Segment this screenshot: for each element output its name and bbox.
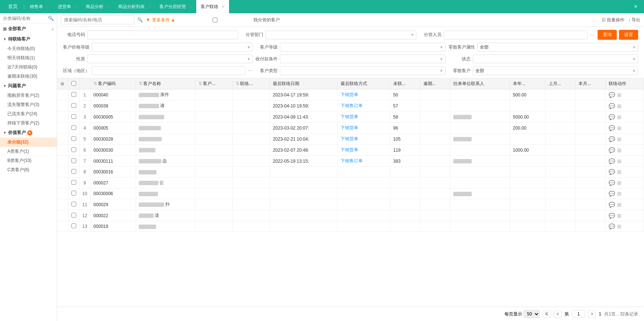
sidebar-item-today[interactable]: 今天待联络(0) xyxy=(0,44,57,53)
contact-method-link[interactable]: 下销货单 xyxy=(341,92,358,97)
row-checkbox-8[interactable] xyxy=(71,180,76,185)
close-tab-analysis-icon[interactable]: × xyxy=(107,4,109,9)
cell-checkbox[interactable] xyxy=(68,100,79,112)
more-icon[interactable]: ⊞ xyxy=(617,103,622,109)
row-checkbox-9[interactable] xyxy=(71,191,76,195)
comment-icon[interactable]: 💬 xyxy=(609,213,615,219)
nav-tab-purchase[interactable]: 进货单 × xyxy=(53,0,81,13)
comment-icon[interactable]: 💬 xyxy=(609,147,615,153)
more-icon[interactable]: ⊞ xyxy=(617,223,622,229)
more-icon[interactable]: ⊞ xyxy=(617,125,622,131)
select-all-checkbox[interactable] xyxy=(71,81,76,86)
filter-cust-level-select[interactable] xyxy=(280,43,445,52)
sidebar-item-a-class[interactable]: A类客户(1) xyxy=(0,147,57,156)
settings-icon[interactable]: ⚙ xyxy=(60,81,64,87)
comment-icon[interactable]: 💬 xyxy=(609,158,615,164)
close-tab-seg-icon[interactable]: × xyxy=(190,4,192,9)
filter-retail-cust-select[interactable]: 全部 xyxy=(473,66,638,75)
search-input[interactable] xyxy=(61,15,134,24)
sidebar-item-churned[interactable]: 已流失客户(24) xyxy=(0,109,57,119)
export-button[interactable]: ↓ 导出 xyxy=(628,17,640,23)
close-tab-sales-icon[interactable]: × xyxy=(47,4,49,9)
batch-op-button[interactable]: ☑ 批量操作 xyxy=(602,17,624,23)
more-icon[interactable]: ⊞ xyxy=(617,92,622,98)
row-checkbox-10[interactable] xyxy=(71,202,76,207)
contact-method-link[interactable]: 下销货单 xyxy=(341,147,358,152)
cell-checkbox[interactable] xyxy=(68,123,79,134)
sidebar-all-customers[interactable]: ⊞ 全部客户 « xyxy=(0,24,57,34)
sidebar-item-c-class[interactable]: C类客户(6) xyxy=(0,165,57,174)
close-window-icon[interactable]: × xyxy=(630,3,641,10)
row-checkbox-7[interactable] xyxy=(71,169,76,174)
sidebar-item-abnormal[interactable]: 囤购异常客户(2) xyxy=(0,91,57,100)
sidebar-item-churn-warning[interactable]: 流失预警客户(3) xyxy=(0,100,57,109)
first-page-button[interactable]: K xyxy=(543,310,551,318)
region-dots-icon[interactable]: ··· xyxy=(248,67,253,74)
cell-checkbox[interactable] xyxy=(68,199,79,210)
row-checkbox-11[interactable] xyxy=(71,213,76,218)
filter-payment-select[interactable] xyxy=(280,54,445,63)
sidebar-item-tomorrow[interactable]: 明天待联络(1) xyxy=(0,53,57,63)
filter-status-select[interactable] xyxy=(473,54,638,63)
more-icon[interactable]: ⊞ xyxy=(617,147,622,153)
row-checkbox-3[interactable] xyxy=(71,125,76,130)
more-icon[interactable]: ⊞ xyxy=(617,169,622,175)
sidebar-item-declining[interactable]: 持续下滑客户(2) xyxy=(0,119,57,128)
nav-tab-product-list[interactable]: 商品分析列表 × xyxy=(114,0,155,13)
filter-price-select[interactable] xyxy=(92,43,253,52)
row-checkbox-1[interactable] xyxy=(71,103,76,108)
close-tab-purchase-icon[interactable]: × xyxy=(75,4,77,9)
row-checkbox-6[interactable] xyxy=(71,158,76,163)
filter-retail-attr-select[interactable]: 全部 xyxy=(477,43,638,52)
cell-checkbox[interactable] xyxy=(68,188,79,199)
more-icon[interactable]: ⊞ xyxy=(617,114,622,120)
cell-checkbox[interactable] xyxy=(68,221,79,232)
contact-method-link[interactable]: 下销售订单 xyxy=(341,103,363,108)
my-customers-checkbox-label[interactable]: 我分管的客户 xyxy=(178,17,280,23)
page-number-input[interactable] xyxy=(572,310,585,318)
comment-icon[interactable]: 💬 xyxy=(609,125,615,131)
reset-button[interactable]: 设置 xyxy=(619,30,638,40)
comment-icon[interactable]: 💬 xyxy=(609,114,615,120)
cell-checkbox[interactable] xyxy=(68,177,79,188)
row-checkbox-4[interactable] xyxy=(71,136,76,141)
row-checkbox-5[interactable] xyxy=(71,147,76,152)
sidebar-search-icon[interactable]: 🔍 xyxy=(48,15,54,21)
comment-icon[interactable]: 💬 xyxy=(609,180,615,186)
filter-phone-input[interactable] xyxy=(87,31,238,39)
contact-method-link[interactable]: 下销货单 xyxy=(341,136,358,141)
person-dots-icon[interactable]: ··· xyxy=(590,32,595,38)
sidebar-search-input[interactable] xyxy=(3,16,46,21)
filter-property-select[interactable] xyxy=(87,54,253,63)
more-icon[interactable]: ⊞ xyxy=(617,158,622,164)
comment-icon[interactable]: 💬 xyxy=(609,103,615,109)
nav-home[interactable]: 首页 xyxy=(3,0,23,13)
nav-tab-product-analysis[interactable]: 商品分析 × xyxy=(81,0,114,13)
contact-method-link[interactable]: 下销货单 xyxy=(341,114,358,119)
more-icon[interactable]: ⊞ xyxy=(617,202,622,208)
more-icon[interactable]: ⊞ xyxy=(617,191,622,197)
filter-cust-type-select[interactable] xyxy=(280,66,445,75)
close-tab-contact-icon[interactable]: × xyxy=(222,4,224,9)
comment-icon[interactable]: 💬 xyxy=(609,223,615,229)
row-checkbox-12[interactable] xyxy=(71,223,76,228)
sidebar-value-customer-section[interactable]: ▼ 价值客户 ↻ xyxy=(0,128,57,138)
contact-method-link[interactable]: 下销售订单 xyxy=(341,158,363,163)
filter-dept-select[interactable] xyxy=(265,31,416,39)
comment-icon[interactable]: 💬 xyxy=(609,169,615,175)
cell-checkbox[interactable] xyxy=(68,167,79,177)
comment-icon[interactable]: 💬 xyxy=(609,191,615,197)
nav-tab-customer-segmentation[interactable]: 客户分层经营 × xyxy=(155,0,196,13)
nav-tab-sales[interactable]: 销售单 × xyxy=(25,0,53,13)
cell-checkbox[interactable] xyxy=(68,112,79,123)
more-icon[interactable]: ⊞ xyxy=(617,180,622,186)
my-customers-checkbox[interactable] xyxy=(178,18,252,22)
sidebar-problem-customer-section[interactable]: ▼ 问题客户 xyxy=(0,81,57,91)
sidebar-item-ungrouped[interactable]: 未分组(32) xyxy=(0,138,57,147)
comment-icon[interactable]: 💬 xyxy=(609,202,615,208)
refresh-icon[interactable]: ↻ xyxy=(27,130,32,135)
next-page-button[interactable]: > xyxy=(588,310,596,318)
comment-icon[interactable]: 💬 xyxy=(609,136,615,142)
query-button[interactable]: 查询 xyxy=(598,30,617,40)
prev-page-button[interactable]: < xyxy=(554,310,562,318)
